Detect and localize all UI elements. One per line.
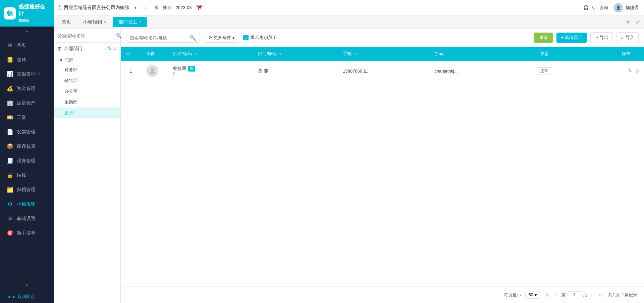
sidebar-item-reports[interactable]: 📊 云报表中心 [0,67,54,81]
company-dropdown-icon[interactable]: ▼ [133,5,138,10]
sidebar-item-archive[interactable]: 🗂️ 归档管理 [0,182,54,197]
capital-icon: 💰 [7,85,13,92]
guide-icon: 🎯 [7,230,13,236]
dept-item-caiwu[interactable]: 财务部 [54,64,120,75]
first-page-btn[interactable]: |◂ [544,292,551,298]
sidebar-item-inventory[interactable]: 📦 库存核算 [0,139,54,154]
export-button[interactable]: ↗ 导出 [590,32,613,43]
next-page-btn[interactable]: › [589,292,595,298]
prev-page-btn[interactable]: ‹ [553,292,559,298]
dept-item-caigou[interactable]: 采购部 [54,97,120,107]
toolbar-search-box[interactable]: 🔍 [126,33,200,43]
salary-icon: 💴 [7,114,13,121]
cancel-pin-btn[interactable]: ◄◄ 取消固定 [0,290,54,303]
show-resigned-checkbox[interactable]: ✓ [243,35,249,40]
settings-col-icon[interactable]: ⚙ [126,51,130,56]
import-icon: ↙ [621,35,624,40]
root-label-text: 总部 [65,57,73,63]
per-page-value: 50 [528,292,533,297]
logo-icon: 畅 [4,7,16,19]
tab-dept-emp[interactable]: 部门员工 × [113,17,147,27]
tax-icon: 🧾 [7,158,13,164]
sidebar-item-label: 结账 [17,172,26,178]
calendar-icon[interactable]: 📅 [196,4,203,11]
user-area[interactable]: 👤 畅捷通 [613,3,639,12]
page-number-input[interactable] [568,291,581,298]
sidebar-logo: 畅 畅捷通好会计 旗舰版 [0,0,54,27]
sidebar-item-ledger[interactable]: 📒 总账 [0,52,54,67]
sidebar-item-label: 首页 [17,42,26,48]
row-dept: 总 部 [253,61,337,81]
table: ⚙ 头像 姓名/编码 ⇅ 部门/职位 ⇅ [121,47,644,81]
row-seq: 1 [121,61,141,81]
last-page-btn[interactable]: ▸| [597,292,604,298]
fullscreen-btn[interactable]: ⤢ [634,17,641,27]
per-page-label: 每页显示 [504,292,521,298]
dept-edit-btn[interactable]: ✎ [107,45,111,52]
tab-expense[interactable]: 小畅报销 × [78,17,112,27]
per-page-select[interactable]: 50 ▾ [525,291,540,299]
sidebar-item-close[interactable]: 🔒 结账 [0,168,54,182]
export-label: 导出 [600,35,608,41]
col-status: 状态 [513,47,577,61]
dept-search-input[interactable] [58,33,114,38]
dept-list-header: ⊞ 全部部门 ✎ « [54,43,120,54]
col-phone[interactable]: 手机 ⇅ [337,47,429,61]
expense-icon: ⚙ [7,201,13,207]
toolbar-right: 邀请 + 新增员工 ↗ 导出 ↙ 导入 [534,32,639,43]
col-name-code[interactable]: 姓名/编码 ⇅ [168,47,253,61]
scroll-up-btn[interactable]: ▲ [22,28,32,34]
edit-employee-btn[interactable]: ✎ [628,68,632,74]
sidebar-item-settings[interactable]: ⚙ 基础设置 [0,211,54,226]
dept-actions: ✎ « [107,45,116,52]
sidebar-item-assets[interactable]: 🏢 固定资产 [0,96,54,110]
dept-item-zongbu[interactable]: 总 部 [54,107,120,118]
tab-dept-emp-label: 部门员工 [118,19,137,25]
company-settings-btn[interactable]: ⚙ [154,4,159,11]
dept-collapse-btn[interactable]: « [113,45,116,52]
scroll-down-btn[interactable]: ▼ [22,283,32,289]
filter-more-btn[interactable]: ⚙ 更多条件 ▾ [204,33,239,43]
consultation-label: 人工咨询 [591,5,608,11]
import-button[interactable]: ↙ 导入 [616,32,639,43]
import-label: 导入 [626,35,634,41]
dept-item-bangong[interactable]: 办公室 [54,86,120,97]
add-employee-button[interactable]: + 新增员工 [556,33,587,43]
left-panel-search-area: 🔍 [54,29,120,43]
tab-expense-close[interactable]: × [104,20,106,25]
sidebar-item-label: 总账 [17,57,26,63]
sidebar-item-invoice[interactable]: 📄 发票管理 [0,125,54,139]
sidebar-item-label: 新手引导 [17,230,36,236]
sidebar-item-capital[interactable]: 💰 资金管理 [0,81,54,96]
invite-button[interactable]: 邀请 [534,33,553,43]
action-buttons: ✎ ⎋ [582,68,639,74]
row-status: 正常 [513,61,577,81]
close-tab-btn[interactable]: ✕ [625,17,632,27]
col-dept-pos[interactable]: 部门/职位 ⇅ [253,47,337,61]
left-panel: 🔍 ⊞ 全部部门 ✎ « ▼ 总部 财务部 销售部 办公室 [54,29,121,303]
row-actions: ✎ ⎋ [577,61,644,81]
period-value: 2023-03 [176,5,192,10]
consultation-btn[interactable]: 🎧 人工咨询 [583,5,608,11]
export-icon: ↗ [595,35,598,40]
add-company-btn[interactable]: ＋ [142,2,150,13]
sidebar-item-tax[interactable]: 🧾 税务管理 [0,154,54,168]
sidebar-item-salary[interactable]: 💴 工资 [0,110,54,125]
tab-home[interactable]: 首页 [56,17,76,27]
dept-item-xiaoshou[interactable]: 销售部 [54,75,120,86]
period-label: 账期 [163,5,172,11]
col-seq: ⚙ [121,47,141,61]
row-avatar-cell [141,61,168,81]
sidebar-item-expense[interactable]: ⚙ 小畅报销 [0,197,54,211]
sidebar-item-home[interactable]: ⊞ 首页 [0,38,54,52]
sidebar-item-label: 归档管理 [17,187,36,193]
sidebar-item-label: 固定资产 [17,100,36,106]
tab-dept-emp-close[interactable]: × [139,20,142,25]
scroll-up-indicator: ▲ [0,27,54,35]
show-resigned-toggle[interactable]: ✓ 显示离职员工 [243,35,277,41]
employee-search-icon[interactable]: 🔍 [190,35,196,41]
employee-search-input[interactable] [130,35,187,40]
sidebar-item-guide[interactable]: 🎯 新手引导 [0,226,54,240]
delete-employee-btn[interactable]: ⎋ [636,68,639,74]
page-unit: 页 [583,292,587,298]
